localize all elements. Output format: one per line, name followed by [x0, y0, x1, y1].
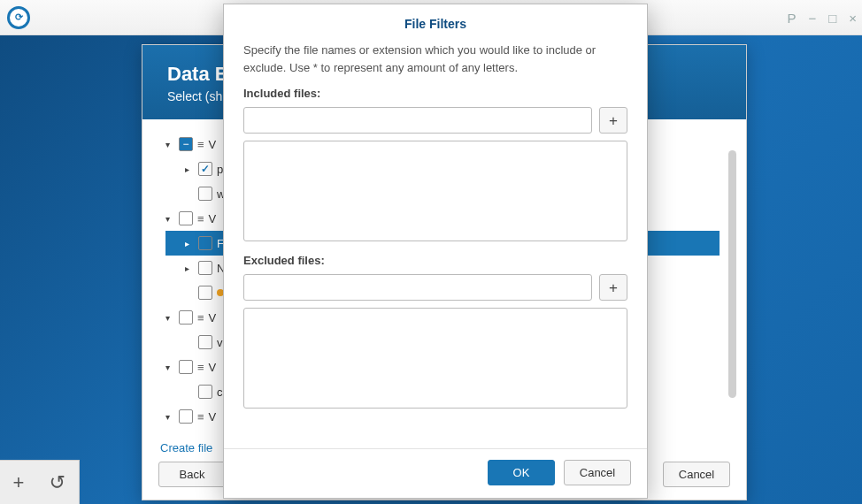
caret-icon[interactable]: ▾: [165, 214, 174, 224]
checkbox[interactable]: [198, 286, 212, 300]
checkbox[interactable]: [179, 137, 193, 151]
add-icon[interactable]: +: [13, 471, 25, 494]
checkbox[interactable]: [198, 236, 212, 250]
ok-button[interactable]: OK: [488, 460, 555, 485]
caret-icon[interactable]: ▾: [165, 313, 174, 323]
window-controls: P − □ ×: [787, 0, 857, 35]
tree-item-label: v: [217, 336, 223, 349]
excluded-files-label: Excluded files:: [243, 254, 627, 267]
checkbox[interactable]: [198, 385, 212, 399]
volume-icon: ≡: [197, 361, 204, 374]
checkbox[interactable]: [179, 211, 193, 225]
caret-icon[interactable]: ▸: [185, 239, 194, 248]
dialog-description: Specify the file names or extension whic…: [243, 42, 627, 76]
checkbox[interactable]: [198, 187, 212, 201]
cancel-button[interactable]: Cancel: [564, 460, 631, 485]
maximize-icon[interactable]: □: [828, 11, 836, 26]
tree-item-label: c: [217, 386, 223, 399]
dialog-footer: OK Cancel: [224, 448, 647, 498]
caret-icon[interactable]: ▸: [185, 164, 194, 174]
tree-item-label: V: [209, 361, 217, 374]
checkbox[interactable]: [198, 335, 212, 349]
checkbox[interactable]: [198, 162, 212, 176]
minimize-icon[interactable]: −: [808, 11, 816, 26]
back-button[interactable]: Back: [158, 462, 226, 487]
checkbox[interactable]: [179, 409, 193, 424]
caret-icon[interactable]: ▸: [185, 263, 194, 273]
checkbox[interactable]: [179, 360, 193, 374]
checkbox[interactable]: [179, 310, 193, 325]
dialog-title: File Filters: [224, 4, 647, 40]
excluded-files-input[interactable]: [243, 274, 592, 301]
scrollbar[interactable]: [728, 150, 736, 398]
tree-item-label: V: [209, 212, 217, 225]
history-icon[interactable]: ↻: [50, 471, 65, 494]
add-included-button[interactable]: +: [599, 107, 627, 134]
app-icon: ⟳: [7, 6, 30, 29]
app-left-toolbar: + ↻: [0, 460, 80, 504]
volume-icon: ≡: [197, 138, 204, 151]
file-filters-dialog: File Filters Specify the file names or e…: [223, 4, 648, 499]
add-excluded-button[interactable]: +: [599, 274, 627, 301]
caret-icon[interactable]: ▾: [165, 140, 174, 149]
included-files-label: Included files:: [243, 87, 627, 100]
tree-item-label: V: [209, 138, 217, 151]
tree-item-label: V: [209, 410, 217, 424]
caret-icon[interactable]: ▾: [165, 363, 174, 372]
tree-item-label: V: [209, 311, 217, 325]
create-file-filter-link[interactable]: Create file: [160, 441, 212, 453]
volume-icon: ≡: [197, 212, 204, 225]
checkbox[interactable]: [198, 261, 212, 275]
wizard-cancel-button[interactable]: Cancel: [663, 462, 730, 487]
dialog-body: Specify the file names or extension whic…: [224, 40, 647, 448]
close-icon[interactable]: ×: [849, 11, 857, 26]
volume-icon: ≡: [197, 311, 204, 325]
excluded-files-list[interactable]: [243, 308, 627, 409]
caret-icon[interactable]: ▾: [165, 412, 174, 422]
included-files-input[interactable]: [243, 107, 592, 134]
volume-icon: ≡: [197, 410, 204, 424]
pin-icon[interactable]: P: [787, 11, 796, 26]
included-files-list[interactable]: [243, 141, 627, 241]
